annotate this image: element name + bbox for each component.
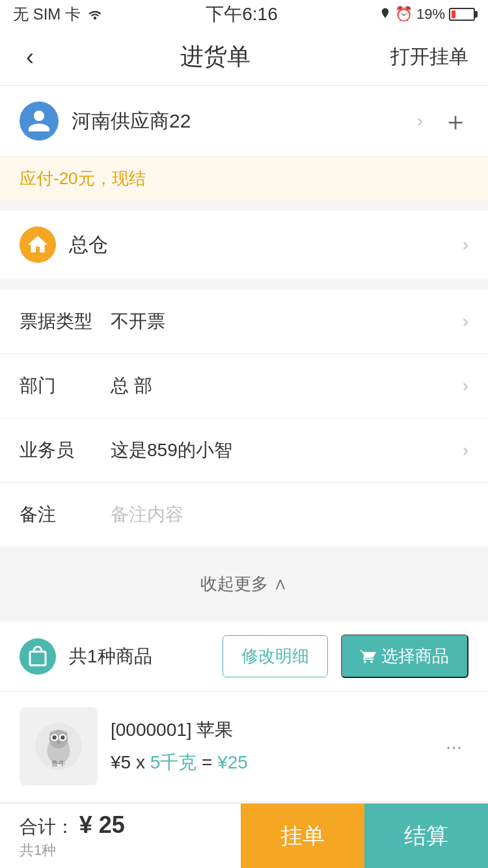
location-icon — [379, 6, 391, 23]
total-count: 共1种 — [20, 841, 221, 860]
invoice-value: 不开票 — [104, 309, 463, 334]
wifi-icon — [86, 5, 104, 23]
hang-label: 挂单 — [280, 821, 325, 851]
person-icon — [26, 108, 52, 134]
edit-detail-button[interactable]: 修改明细 — [223, 635, 328, 677]
salesperson-value: 这是859的小智 — [104, 438, 463, 463]
total-section: 合计： ¥ 25 共1种 — [0, 811, 241, 860]
quantity-value: 5千克 — [150, 752, 197, 772]
equals-sign: = — [202, 752, 217, 772]
supplier-chevron-icon: › — [417, 111, 423, 131]
warehouse-chevron-icon: › — [463, 234, 468, 255]
shopping-bag-icon — [26, 645, 49, 668]
price-value: ¥5 — [111, 752, 131, 772]
warehouse-icon — [20, 226, 56, 263]
remark-label: 备注 — [20, 502, 104, 527]
battery-icon — [449, 8, 475, 21]
cart-icon — [360, 649, 376, 664]
total-label: 合计： — [20, 817, 74, 837]
status-bar-time: 下午6:16 — [206, 2, 278, 27]
home-icon — [26, 233, 49, 256]
total-value: ¥25 — [217, 752, 248, 772]
svg-text:鲁牛: 鲁牛 — [51, 759, 66, 767]
bottom-bar: 合计： ¥ 25 共1种 挂单 结算 — [0, 803, 488, 868]
department-row[interactable]: 部门 总 部 › — [0, 353, 488, 418]
products-icon — [20, 638, 56, 675]
department-value: 总 部 — [104, 373, 463, 398]
svg-point-6 — [61, 735, 64, 739]
supplier-row[interactable]: 河南供应商22 › ＋ — [0, 86, 488, 157]
battery-text: 19% — [416, 6, 445, 23]
invoice-chevron-icon: › — [463, 311, 468, 332]
page-title: 进货单 — [180, 41, 251, 73]
checkout-button[interactable]: 结算 — [364, 804, 488, 869]
form-section: 票据类型 不开票 › 部门 总 部 › 业务员 这是859的小智 › 备注 备注… — [0, 289, 488, 547]
warehouse-section: 总仓 › — [0, 211, 488, 278]
total-amount: ¥ 25 — [79, 811, 125, 838]
status-bar-left: 无 SIM 卡 — [13, 4, 104, 25]
carrier-text: 无 SIM 卡 — [13, 4, 81, 25]
hang-button[interactable]: 挂单 — [241, 804, 364, 869]
invoice-row[interactable]: 票据类型 不开票 › — [0, 289, 488, 353]
add-supplier-button[interactable]: ＋ — [442, 103, 468, 139]
content: 河南供应商22 › ＋ 应付-20元，现结 总仓 › 票据类型 不开票 › 部门… — [0, 86, 488, 868]
product-name: [0000001] 苹果 — [111, 718, 426, 742]
invoice-label: 票据类型 — [20, 309, 104, 334]
price-separator: x — [136, 752, 150, 772]
products-section: 共1种商品 修改明细 选择商品 — [0, 621, 488, 801]
back-button[interactable]: ‹ — [20, 37, 40, 77]
select-product-button[interactable]: 选择商品 — [341, 634, 468, 678]
battery-fill — [452, 10, 455, 18]
supplier-section: 河南供应商22 › ＋ 应付-20元，现结 — [0, 86, 488, 200]
select-product-label: 选择商品 — [381, 645, 449, 668]
warehouse-row[interactable]: 总仓 › — [0, 211, 488, 278]
product-price: ¥5 x 5千克 = ¥25 — [111, 750, 426, 775]
warehouse-name: 总仓 — [69, 232, 463, 258]
checkout-label: 结算 — [404, 821, 448, 851]
products-count: 共1种商品 — [69, 644, 210, 669]
collapse-label: 收起更多 ∧ — [200, 573, 287, 595]
department-label: 部门 — [20, 373, 104, 398]
nav-bar: ‹ 进货单 打开挂单 — [0, 29, 488, 86]
product-menu-button[interactable]: ··· — [439, 729, 468, 764]
product-info: [0000001] 苹果 ¥5 x 5千克 = ¥25 — [111, 718, 426, 775]
notice-bar: 应付-20元，现结 — [0, 157, 488, 200]
remark-row[interactable]: 备注 备注内容 — [0, 482, 488, 547]
owl-logo: 鲁牛 — [33, 720, 85, 772]
status-bar: 无 SIM 卡 下午6:16 ⏰ 19% — [0, 0, 488, 29]
salesperson-label: 业务员 — [20, 438, 104, 463]
open-hang-button[interactable]: 打开挂单 — [390, 44, 468, 70]
remark-input[interactable]: 备注内容 — [104, 502, 468, 527]
salesperson-chevron-icon: › — [463, 440, 468, 461]
svg-point-5 — [52, 735, 56, 739]
product-item: 鲁牛 [0000001] 苹果 ¥5 x 5千克 = ¥25 ··· — [0, 692, 488, 801]
alarm-icon: ⏰ — [395, 6, 413, 23]
product-thumbnail: 鲁牛 — [20, 707, 98, 785]
supplier-avatar — [20, 102, 59, 141]
collapse-button[interactable]: 收起更多 ∧ — [0, 557, 488, 611]
status-bar-right: ⏰ 19% — [379, 6, 475, 23]
department-chevron-icon: › — [463, 375, 468, 396]
supplier-name: 河南供应商22 — [72, 108, 417, 135]
salesperson-row[interactable]: 业务员 这是859的小智 › — [0, 418, 488, 482]
products-header: 共1种商品 修改明细 选择商品 — [0, 621, 488, 692]
